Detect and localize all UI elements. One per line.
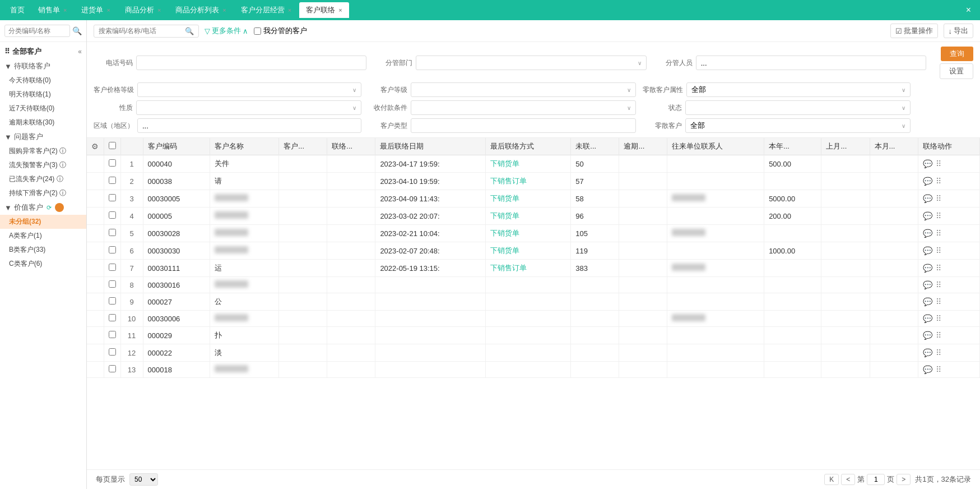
export-button[interactable]: ↓ 导出 bbox=[944, 24, 974, 38]
comment-icon[interactable]: 💬 bbox=[923, 177, 932, 186]
last-method-link[interactable]: 下销售订单 bbox=[490, 264, 527, 272]
filter-more-conditions[interactable]: ▽ 更多条件 ∧ bbox=[205, 26, 248, 36]
batch-ops-button[interactable]: ☑ 批量操作 bbox=[890, 24, 938, 38]
filter-phone-input[interactable] bbox=[136, 56, 366, 70]
filter-customer-grade-input[interactable]: ∨ bbox=[411, 82, 636, 97]
last-method-link[interactable]: 下销货单 bbox=[490, 159, 519, 168]
comment-icon[interactable]: 💬 bbox=[923, 194, 932, 203]
page-number-input[interactable] bbox=[867, 474, 885, 485]
nav-home[interactable]: 首页 bbox=[4, 5, 30, 15]
sidebar-item-ungroups[interactable]: 未分组(32) bbox=[0, 215, 86, 229]
row-checkbox[interactable] bbox=[109, 331, 116, 338]
row-checkbox[interactable] bbox=[109, 264, 116, 271]
last-method-link[interactable]: 下销货单 bbox=[490, 211, 519, 220]
sidebar-group-pending[interactable]: ▼ 待联络客户 bbox=[0, 59, 86, 73]
filter-retail-attr-input[interactable]: 全部 ∨ bbox=[686, 82, 911, 97]
grid-icon[interactable]: ⠿ bbox=[936, 194, 941, 203]
nav-tab-customer-link[interactable]: 客户联络 × bbox=[299, 2, 349, 18]
sidebar-group-problem[interactable]: ▼ 问题客户 bbox=[0, 130, 86, 144]
nav-tab-customer-link-close[interactable]: × bbox=[338, 7, 342, 13]
nav-tab-analysis[interactable]: 商品分析 × bbox=[118, 2, 168, 18]
filter-search-input[interactable] bbox=[99, 27, 183, 35]
reset-button[interactable]: 设置 bbox=[940, 63, 973, 79]
filter-manager-input[interactable]: ... bbox=[696, 56, 926, 70]
sidebar-all-customers[interactable]: ⠿ 全部客户 « bbox=[0, 42, 86, 59]
filter-customer-type-input[interactable] bbox=[411, 118, 636, 133]
grid-icon[interactable]: ⠿ bbox=[936, 365, 941, 374]
last-method-link[interactable]: 下销货单 bbox=[490, 229, 519, 237]
filter-price-grade-input[interactable]: ∨ bbox=[137, 82, 361, 97]
query-button[interactable]: 查询 bbox=[941, 47, 973, 61]
filter-status-input[interactable]: ∨ bbox=[685, 100, 911, 115]
sidebar-search-icon[interactable]: 🔍 bbox=[72, 26, 82, 35]
row-checkbox[interactable] bbox=[109, 211, 116, 219]
row-checkbox[interactable] bbox=[109, 177, 116, 184]
grid-icon[interactable]: ⠿ bbox=[936, 264, 941, 273]
grid-icon[interactable]: ⠿ bbox=[936, 211, 941, 220]
my-customers-checkbox-area[interactable]: 我分管的客户 bbox=[254, 26, 307, 36]
comment-icon[interactable]: 💬 bbox=[923, 246, 932, 255]
first-page-button[interactable]: K bbox=[824, 474, 839, 485]
grid-icon[interactable]: ⠿ bbox=[936, 246, 941, 255]
sidebar-collapse-icon[interactable]: « bbox=[78, 48, 82, 56]
nav-tab-customer-seg-close[interactable]: × bbox=[288, 7, 291, 13]
comment-icon[interactable]: 💬 bbox=[923, 280, 932, 289]
grid-icon[interactable]: ⠿ bbox=[936, 297, 941, 306]
settings-icon[interactable]: ⚙ bbox=[91, 142, 99, 151]
sidebar-item-hoarding[interactable]: 囤购异常客户(2) ⓘ bbox=[0, 144, 86, 158]
window-close-button[interactable]: × bbox=[962, 5, 976, 15]
grid-icon[interactable]: ⠿ bbox=[936, 229, 941, 238]
sidebar-item-declining[interactable]: 持续下滑客户(2) ⓘ bbox=[0, 186, 86, 200]
comment-icon[interactable]: 💬 bbox=[923, 229, 932, 238]
comment-icon[interactable]: 💬 bbox=[923, 297, 932, 306]
sidebar-item-tomorrow[interactable]: 明天待联络(1) bbox=[0, 87, 86, 102]
grid-icon[interactable]: ⠿ bbox=[936, 314, 941, 323]
nav-tab-customer-seg[interactable]: 客户分层经营 × bbox=[234, 2, 298, 18]
sidebar-item-churn-warning[interactable]: 流失预警客户(3) ⓘ bbox=[0, 158, 86, 172]
row-checkbox[interactable] bbox=[109, 194, 116, 201]
sidebar-item-today[interactable]: 今天待联络(0) bbox=[0, 73, 86, 87]
row-checkbox[interactable] bbox=[109, 348, 116, 356]
row-checkbox[interactable] bbox=[109, 297, 116, 305]
comment-icon[interactable]: 💬 bbox=[923, 348, 932, 357]
nav-tab-analysis-close[interactable]: × bbox=[157, 7, 161, 13]
comment-icon[interactable]: 💬 bbox=[923, 314, 932, 323]
comment-icon[interactable]: 💬 bbox=[923, 365, 932, 374]
filter-payment-input[interactable]: ∨ bbox=[411, 100, 636, 115]
row-checkbox[interactable] bbox=[109, 159, 116, 167]
last-method-link[interactable]: 下销售订单 bbox=[490, 177, 527, 185]
sidebar-item-a-class[interactable]: A类客户(1) bbox=[0, 229, 86, 243]
comment-icon[interactable]: 💬 bbox=[923, 264, 932, 273]
row-checkbox[interactable] bbox=[109, 314, 116, 321]
nav-tab-purchase-close[interactable]: × bbox=[106, 7, 110, 13]
nav-tab-sales[interactable]: 销售单 × bbox=[31, 2, 73, 18]
filter-retail-customer-input[interactable]: 全部 ∨ bbox=[685, 118, 911, 133]
grid-icon[interactable]: ⠿ bbox=[936, 159, 941, 168]
comment-icon[interactable]: 💬 bbox=[923, 159, 932, 168]
nav-tab-purchase[interactable]: 进货单 × bbox=[75, 2, 117, 18]
sidebar-group-value[interactable]: ▼ 价值客户 ⟳ bbox=[0, 200, 86, 215]
grid-icon[interactable]: ⠿ bbox=[936, 331, 941, 340]
row-checkbox[interactable] bbox=[109, 229, 116, 236]
filter-dept-input[interactable]: ∨ bbox=[416, 56, 646, 70]
last-method-link[interactable]: 下销货单 bbox=[490, 246, 519, 255]
my-customers-checkbox[interactable] bbox=[254, 27, 261, 35]
sidebar-item-b-class[interactable]: B类客户(33) bbox=[0, 243, 86, 257]
comment-icon[interactable]: 💬 bbox=[923, 211, 932, 220]
sidebar-item-7days[interactable]: 近7天待联络(0) bbox=[0, 102, 86, 116]
grid-icon[interactable]: ⠿ bbox=[936, 348, 941, 357]
grid-icon[interactable]: ⠿ bbox=[936, 177, 941, 186]
filter-region-input[interactable]: ... bbox=[137, 118, 361, 133]
row-checkbox[interactable] bbox=[109, 246, 116, 253]
sidebar-item-churned[interactable]: 已流失客户(24) ⓘ bbox=[0, 172, 86, 186]
sidebar-item-c-class[interactable]: C类客户(6) bbox=[0, 257, 86, 271]
filter-nature-input[interactable]: ∨ bbox=[136, 100, 361, 115]
th-settings[interactable]: ⚙ bbox=[87, 138, 104, 155]
nav-tab-analysis-list-close[interactable]: × bbox=[222, 7, 226, 13]
sidebar-item-overdue[interactable]: 逾期未联络(30) bbox=[0, 116, 86, 130]
nav-tab-sales-close[interactable]: × bbox=[63, 7, 67, 13]
page-size-select[interactable]: 50 100 200 bbox=[129, 473, 158, 486]
next-page-button[interactable]: > bbox=[897, 474, 911, 485]
row-checkbox[interactable] bbox=[109, 280, 116, 288]
select-all-checkbox[interactable] bbox=[109, 142, 116, 149]
